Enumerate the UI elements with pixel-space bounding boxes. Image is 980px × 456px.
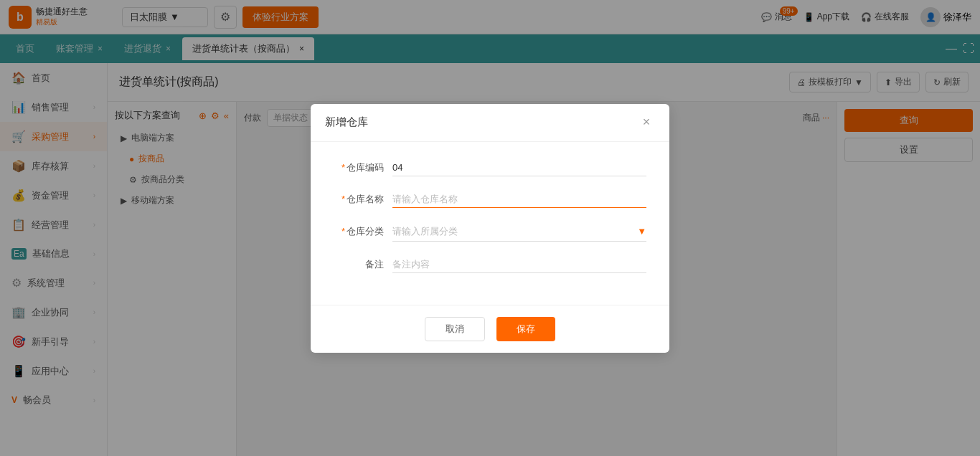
- modal-body: *仓库编码 *仓库名称 *仓库分类 请输入所属分类 ▼: [311, 142, 669, 305]
- warehouse-remark-field: 备注: [334, 256, 646, 273]
- warehouse-remark-label: 备注: [334, 258, 384, 271]
- required-star-3: *: [341, 226, 345, 237]
- warehouse-category-label: *仓库分类: [334, 225, 384, 238]
- save-button[interactable]: 保存: [496, 317, 555, 341]
- modal-close-button[interactable]: ×: [638, 114, 655, 131]
- warehouse-category-select[interactable]: 请输入所属分类 ▼: [392, 222, 646, 242]
- required-star-1: *: [341, 162, 345, 173]
- warehouse-category-field: *仓库分类 请输入所属分类 ▼: [334, 222, 646, 242]
- modal-footer: 取消 保存: [311, 305, 669, 353]
- warehouse-remark-input[interactable]: [392, 256, 646, 273]
- modal-header: 新增仓库 ×: [311, 104, 669, 142]
- warehouse-code-field: *仓库编码: [334, 159, 646, 176]
- required-star-2: *: [341, 194, 345, 204]
- category-chevron-icon: ▼: [637, 226, 646, 237]
- warehouse-code-input[interactable]: [392, 159, 646, 176]
- modal-overlay: 新增仓库 × *仓库编码 *仓库名称 *仓库分类: [0, 0, 980, 456]
- warehouse-category-placeholder: 请输入所属分类: [392, 225, 458, 238]
- cancel-button[interactable]: 取消: [425, 317, 485, 341]
- warehouse-name-label: *仓库名称: [334, 193, 384, 206]
- warehouse-code-label: *仓库编码: [334, 161, 384, 174]
- new-warehouse-modal: 新增仓库 × *仓库编码 *仓库名称 *仓库分类: [311, 104, 669, 353]
- warehouse-name-input[interactable]: [392, 191, 646, 208]
- warehouse-name-field: *仓库名称: [334, 191, 646, 208]
- modal-title: 新增仓库: [325, 115, 368, 129]
